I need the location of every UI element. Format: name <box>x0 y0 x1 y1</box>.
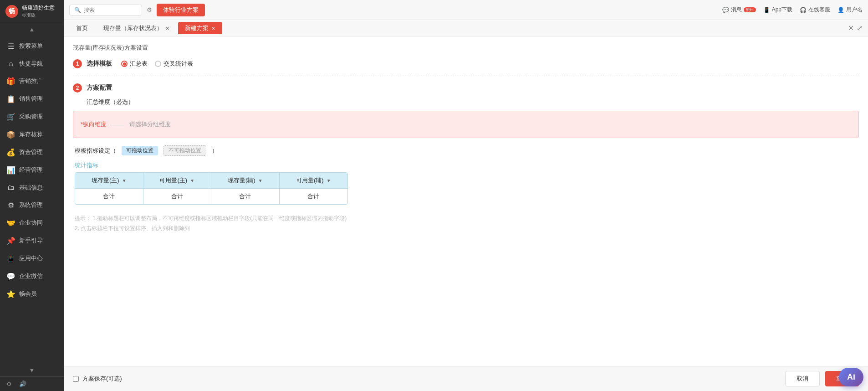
step-divider <box>73 76 859 76</box>
money-icon: 💰 <box>6 148 15 157</box>
messages-badge: 99+ <box>744 7 756 12</box>
tab-new-scheme[interactable]: 新建方案 ✕ <box>178 22 222 34</box>
service-icon: 🎧 <box>800 7 807 13</box>
scroll-down-btn[interactable]: ▼ <box>0 364 64 376</box>
online-service-btn[interactable]: 🎧 在线客服 <box>800 6 830 14</box>
folder-icon: 🗂 <box>6 184 15 192</box>
cart-icon: 🛒 <box>6 113 15 121</box>
sidebar-item-label: 系统管理 <box>19 201 43 209</box>
cancel-button[interactable]: 取消 <box>785 371 820 386</box>
sidebar-item-inventory[interactable]: 📦 库存核算 <box>0 126 64 144</box>
messages-btn[interactable]: 💬 消息 99+ <box>722 6 756 14</box>
col-header-available-main[interactable]: 可用量(主) ▼ <box>143 173 212 188</box>
sidebar-item-label: 采购管理 <box>19 113 43 121</box>
ai-floating-button[interactable]: Ai <box>839 368 863 386</box>
app-download-label: App下载 <box>772 6 792 14</box>
tab-inventory-close[interactable]: ✕ <box>165 26 169 31</box>
col-header-available-aux[interactable]: 可用量(辅) ▼ <box>280 173 348 188</box>
col-header-label-current-aux: 现存量(辅) <box>228 176 255 185</box>
stats-table-row: 合计 合计 合计 合计 <box>75 188 347 204</box>
sidebar-item-label: 新手引导 <box>19 237 43 245</box>
page-title: 现存量(库存状况表)方案设置 <box>73 44 859 52</box>
sidebar: 畅 畅康通好生意 标准版 ▲ ☰ 搜索菜单 ⌂ 快捷导航 🎁 营销推广 📋 销售… <box>0 0 64 391</box>
tab-new-scheme-label: 新建方案 <box>185 24 209 32</box>
chevron-down-icon-1: ▼ <box>190 178 194 183</box>
radio-cross-circle <box>155 61 161 67</box>
sidebar-item-new-guide[interactable]: 📌 新手引导 <box>0 232 64 250</box>
topbar-settings-icon[interactable]: ⚙ <box>147 6 152 13</box>
radio-summary[interactable]: 汇总表 <box>121 60 148 68</box>
stats-section-title: 统计指标 <box>75 161 859 170</box>
topbar-right: 💬 消息 99+ 📱 App下载 🎧 在线客服 👤 用户名 <box>722 6 863 14</box>
sidebar-item-quick-nav[interactable]: ⌂ 快捷导航 <box>0 55 64 72</box>
col-header-current-main[interactable]: 现存量(主) ▼ <box>75 173 143 188</box>
sidebar-item-label: 快捷导航 <box>19 60 43 68</box>
tab-new-scheme-close[interactable]: ✕ <box>211 26 215 31</box>
stats-section: 统计指标 现存量(主) ▼ 可用量(主) ▼ <box>75 161 859 205</box>
stats-cell-3: 合计 <box>280 189 348 204</box>
save-checkbox-input[interactable] <box>73 376 79 382</box>
tab-home[interactable]: 首页 <box>69 22 95 34</box>
home-icon: ⌂ <box>6 60 15 68</box>
sidebar-item-label: 资金管理 <box>19 148 43 156</box>
sidebar-item-label: 经营管理 <box>19 166 43 174</box>
stats-cell-1: 合计 <box>143 189 212 204</box>
user-name: 用户名 <box>846 6 863 14</box>
chevron-down-icon-3: ▼ <box>327 178 331 183</box>
messages-label: 消息 <box>731 6 742 14</box>
topbar: 🔍 ⚙ 体验行业方案 💬 消息 99+ 📱 App下载 🎧 在线客服 👤 用户名 <box>64 0 868 20</box>
mobile-icon: 📱 <box>6 254 15 263</box>
sidebar-item-search-menu[interactable]: ☰ 搜索菜单 <box>0 37 64 55</box>
settings-icon[interactable]: ⚙ <box>6 381 12 387</box>
box-icon: 📦 <box>6 130 15 139</box>
close-panel-icon[interactable]: ✕ <box>848 24 854 32</box>
scroll-up-btn[interactable]: ▲ <box>0 23 64 36</box>
footer-bar: 方案保存(可选) 取消 查询 <box>64 366 868 391</box>
step2-section: 2 方案配置 汇总维度（必选） *纵向维度 —— 请选择分组维度 模板指标设定（ <box>73 83 859 233</box>
radio-summary-circle <box>121 61 128 67</box>
step2-header: 2 方案配置 <box>73 83 859 93</box>
step1-label: 选择模板 <box>87 60 112 68</box>
industry-btn[interactable]: 体验行业方案 <box>157 4 205 16</box>
sidebar-item-finance[interactable]: 💰 资金管理 <box>0 144 64 161</box>
sidebar-item-sales[interactable]: 📋 销售管理 <box>0 90 64 108</box>
sidebar-item-operations[interactable]: 📊 经营管理 <box>0 161 64 179</box>
sidebar-item-purchase[interactable]: 🛒 采购管理 <box>0 108 64 126</box>
sidebar-item-system[interactable]: ⚙ 系统管理 <box>0 196 64 214</box>
chevron-down-icon-0: ▼ <box>122 178 127 183</box>
sidebar-item-basic-info[interactable]: 🗂 基础信息 <box>0 179 64 196</box>
stats-cell-2: 合计 <box>211 189 280 204</box>
dimension-label: *纵向维度 <box>81 120 107 129</box>
save-checkbox[interactable]: 方案保存(可选) <box>73 375 122 383</box>
radio-summary-inner <box>123 62 126 66</box>
dimension-placeholder[interactable]: 请选择分组维度 <box>129 120 171 129</box>
sidebar-item-member[interactable]: ⭐ 畅会员 <box>0 285 64 303</box>
dimension-section-title: 汇总维度（必选） <box>87 98 859 106</box>
tab-home-label: 首页 <box>76 24 88 32</box>
template-suffix: ） <box>212 147 218 155</box>
expand-panel-icon[interactable]: ⤢ <box>857 24 863 32</box>
app-download-btn[interactable]: 📱 App下载 <box>763 6 792 14</box>
search-box[interactable]: 🔍 <box>69 5 142 15</box>
sidebar-item-enterprise-wechat[interactable]: 💬 企业微信 <box>0 268 64 285</box>
sidebar-item-label: 企业协同 <box>19 219 43 227</box>
sidebar-item-label: 搜索菜单 <box>19 42 43 50</box>
message-icon: 💬 <box>722 7 729 13</box>
col-header-current-aux[interactable]: 现存量(辅) ▼ <box>211 173 280 188</box>
ai-label: Ai <box>847 372 855 381</box>
sidebar-item-marketing[interactable]: 🎁 营销推广 <box>0 72 64 90</box>
gear-icon: ⚙ <box>6 201 15 210</box>
tab-inventory-status[interactable]: 现存量（库存状况表） ✕ <box>97 22 176 34</box>
save-checkbox-label: 方案保存(可选) <box>82 375 122 383</box>
search-input[interactable] <box>84 7 137 13</box>
sidebar-item-app-center[interactable]: 📱 应用中心 <box>0 250 64 268</box>
sidebar-item-label: 库存核算 <box>19 130 43 139</box>
sidebar-item-label: 营销推广 <box>19 77 43 85</box>
non-draggable-label: 不可拖动位置 <box>168 147 201 154</box>
speaker-icon[interactable]: 🔊 <box>19 381 26 387</box>
wechat-icon: 💬 <box>6 272 15 281</box>
user-profile[interactable]: 👤 用户名 <box>837 6 863 14</box>
non-draggable-position-box: 不可拖动位置 <box>163 145 206 156</box>
sidebar-item-enterprise[interactable]: 🤝 企业协同 <box>0 214 64 232</box>
radio-cross[interactable]: 交叉统计表 <box>155 60 193 68</box>
